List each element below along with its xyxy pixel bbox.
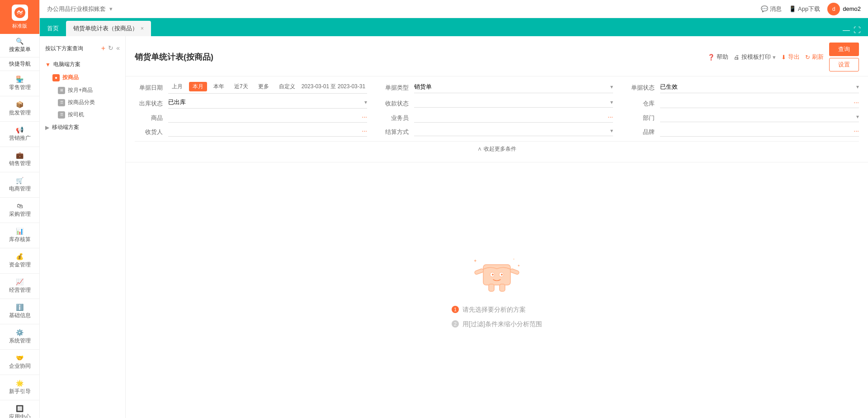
- date-custom[interactable]: 自定义: [275, 82, 299, 91]
- warehouse-control[interactable]: ···: [660, 99, 859, 108]
- sidebar-item-marketing[interactable]: 📢 营销推广: [0, 122, 39, 147]
- tab-active-label: 销货单统计表（按商品）: [73, 24, 138, 33]
- help-button[interactable]: ❓ 帮助: [708, 53, 728, 61]
- payment-method-control[interactable]: ▾: [414, 128, 613, 136]
- sidebar-item-retail-label: 零售管理: [9, 84, 31, 90]
- download-icon: 📱: [789, 5, 796, 12]
- salesperson-control[interactable]: ···: [414, 113, 613, 123]
- date-last-month[interactable]: 上月: [168, 82, 186, 91]
- search-menu-label: 搜索菜单: [9, 46, 31, 52]
- payment-status-filter-group: 收款状态 ▾: [381, 99, 613, 108]
- scheme-item-by-product[interactable]: ● 按商品: [40, 71, 125, 84]
- settings-button[interactable]: 设置: [829, 58, 859, 71]
- empty-text: 1 请先选择要分析的方案 2 用[过滤]条件来缩小分析范围: [452, 303, 542, 332]
- warehouse-label: 仓库: [627, 100, 658, 108]
- search-menu-item[interactable]: 🔍 搜索菜单: [0, 34, 39, 57]
- filter-area: 单据日期 上月 本月 本年 近7天 更多 自定义 2023-03-01 至 20…: [126, 76, 868, 162]
- salesperson-dots-icon[interactable]: ···: [608, 113, 613, 120]
- svg-text:✦: ✦: [517, 264, 520, 268]
- product-dots-icon[interactable]: ···: [362, 113, 367, 120]
- scheme-item-by-category[interactable]: ☰ 按商品分类: [40, 96, 125, 109]
- stock-status-select[interactable]: 已出库 ▾: [168, 98, 367, 106]
- minimize-icon[interactable]: —: [843, 26, 850, 34]
- print-dropdown-icon[interactable]: ▾: [773, 54, 776, 61]
- svg-rect-9: [500, 284, 505, 291]
- sidebar-item-basic[interactable]: ℹ️ 基础信息: [0, 299, 39, 324]
- maximize-icon[interactable]: ⛶: [854, 26, 861, 34]
- payment-method-filter-group: 结算方式 ▾: [381, 128, 613, 136]
- doc-type-select[interactable]: 销货单 ▾: [414, 83, 613, 91]
- date-more[interactable]: 更多: [255, 82, 273, 91]
- receiver-control[interactable]: ···: [168, 127, 367, 137]
- breadcrumb-text: 办公用品行业模拟账套: [47, 5, 106, 13]
- tab-active[interactable]: 销货单统计表（按商品） ×: [66, 21, 151, 36]
- scheme-item-by-month-product[interactable]: ⊞ 按月+商品: [40, 84, 125, 96]
- tree-node-mobile[interactable]: ▶ 移动端方案: [40, 121, 125, 134]
- sidebar-item-purchase[interactable]: 🛍 采购管理: [0, 198, 39, 223]
- logo-icon: [12, 5, 28, 21]
- sidebar-item-basic-label: 基础信息: [9, 312, 31, 318]
- left-panel: 按以下方案查询 + ↻ « ▼ 电脑端方案 ● 按商品: [40, 36, 126, 418]
- refresh-scheme-button[interactable]: ↻: [108, 44, 113, 52]
- sidebar: 标准版 🔍 搜索菜单 快捷导航 🏪 零售管理 📦 批发管理 📢 营销推广 💼 销…: [0, 0, 40, 418]
- collapse-panel-button[interactable]: «: [116, 44, 120, 52]
- receiver-dots-icon[interactable]: ···: [362, 127, 367, 134]
- empty-state: ✦ ✦ ✦ 1 请先选择要分析的方案 2 用[过滤]条件来缩小分析范围: [126, 162, 868, 418]
- breadcrumb-dropdown-icon[interactable]: ▾: [109, 5, 113, 12]
- doc-status-control[interactable]: 已生效 ▾: [660, 83, 859, 93]
- message-icon: 💬: [761, 5, 768, 12]
- sidebar-item-apps[interactable]: 🔲 应用中心: [0, 400, 39, 418]
- product-control[interactable]: ···: [168, 113, 367, 123]
- message-button[interactable]: 💬 消息: [761, 5, 782, 13]
- filter-row-2: 出库状态 已出库 ▾ 收款状态: [135, 98, 859, 109]
- warehouse-dots-icon[interactable]: ···: [854, 99, 859, 106]
- user-area[interactable]: d demo2: [827, 3, 861, 15]
- payment-method-label: 结算方式: [381, 128, 412, 136]
- date-current-year[interactable]: 本年: [210, 82, 228, 91]
- help-label: 帮助: [717, 53, 728, 61]
- sidebar-item-newbie[interactable]: 🌟 新手引导: [0, 375, 39, 400]
- collapse-bar[interactable]: ∧ 收起更多条件: [135, 141, 859, 157]
- sidebar-item-retail[interactable]: 🏪 零售管理: [0, 71, 39, 96]
- date-last-7-days[interactable]: 近7天: [231, 82, 252, 91]
- brand-control[interactable]: ···: [660, 127, 859, 137]
- payment-status-label: 收款状态: [381, 100, 412, 108]
- sidebar-item-ecom[interactable]: 🛒 电商管理: [0, 172, 39, 198]
- query-button[interactable]: 查询: [829, 43, 859, 56]
- sidebar-item-operation[interactable]: 📈 经营管理: [0, 274, 39, 299]
- stock-status-control[interactable]: 已出库 ▾: [168, 98, 367, 109]
- quick-nav-item[interactable]: 快捷导航: [0, 57, 39, 71]
- sidebar-item-sales[interactable]: 💼 销售管理: [0, 147, 39, 172]
- doc-type-filter-group: 单据类型 销货单 ▾: [381, 83, 613, 93]
- print-button[interactable]: 🖨 按模板打印 ▾: [734, 53, 776, 61]
- department-control[interactable]: ▾: [660, 114, 859, 122]
- sidebar-item-enterprise[interactable]: 🤝 企业协同: [0, 350, 39, 375]
- scheme-by-category-label: 按商品分类: [68, 99, 95, 106]
- sidebar-item-system[interactable]: ⚙️ 系统管理: [0, 324, 39, 350]
- sidebar-item-finance[interactable]: 💰 资金管理: [0, 248, 39, 274]
- doc-status-select[interactable]: 已生效 ▾: [660, 83, 859, 91]
- tree-collapse-icon: ▶: [45, 124, 49, 131]
- payment-status-control[interactable]: ▾: [414, 99, 613, 108]
- sidebar-item-inventory[interactable]: 📊 库存核算: [0, 223, 39, 248]
- date-current-month[interactable]: 本月: [189, 82, 207, 91]
- tree-node-desktop[interactable]: ▼ 电脑端方案: [40, 58, 125, 71]
- salesperson-filter-group: 业务员 ···: [381, 113, 613, 123]
- tab-bar: 首页 销货单统计表（按商品） × — ⛶: [40, 18, 868, 36]
- scheme-by-month-label: 按月+商品: [68, 86, 93, 94]
- app-download-button[interactable]: 📱 App下载: [789, 5, 820, 13]
- sidebar-item-wholesale[interactable]: 📦 批发管理: [0, 96, 39, 122]
- sidebar-item-enterprise-label: 企业协同: [9, 363, 31, 369]
- add-scheme-button[interactable]: +: [101, 44, 105, 52]
- payment-method-arrow-icon: ▾: [610, 128, 613, 134]
- brand-dots-icon[interactable]: ···: [854, 127, 859, 134]
- export-button[interactable]: ⬇ 导出: [781, 53, 800, 61]
- tab-close-icon[interactable]: ×: [141, 25, 144, 32]
- tab-home[interactable]: 首页: [40, 21, 66, 36]
- brand-filter-group: 品牌 ···: [627, 127, 859, 137]
- list-icon: ☰: [58, 99, 65, 106]
- doc-type-control[interactable]: 销货单 ▾: [414, 83, 613, 93]
- scheme-item-by-cashier[interactable]: ☰ 按司机: [40, 109, 125, 121]
- logo-area: 标准版: [0, 0, 39, 34]
- refresh-button[interactable]: ↻ 刷新: [805, 53, 824, 61]
